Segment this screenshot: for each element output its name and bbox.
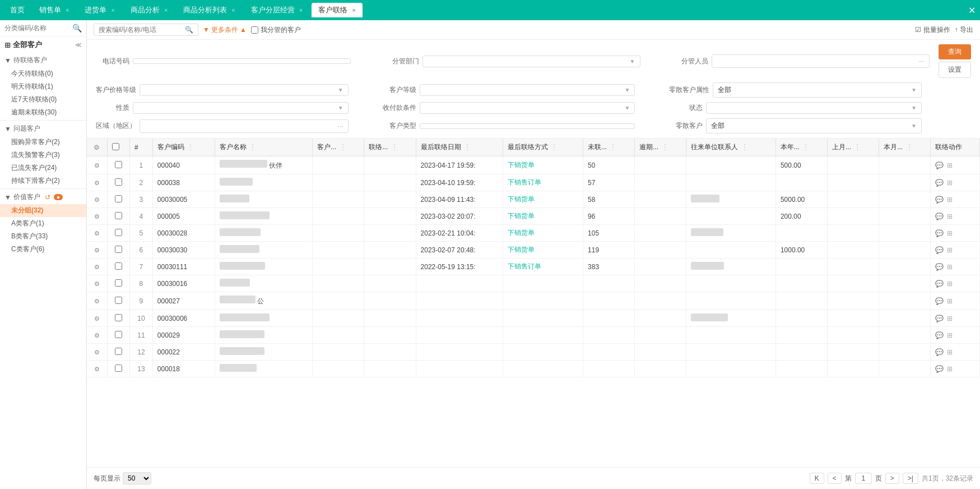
row-gear-icon[interactable]: ⚙ [94, 196, 100, 203]
col-resize-handle[interactable]: ⋮ [551, 143, 558, 151]
row-gear-icon[interactable]: ⚙ [94, 280, 100, 287]
settings-cell[interactable]: ⚙ [87, 191, 107, 208]
retail-attr-select[interactable]: 全部 ▼ [713, 82, 922, 98]
message-icon[interactable]: 💬 [935, 348, 944, 356]
row-checkbox[interactable] [115, 262, 122, 270]
last-contact-date-col-header[interactable]: 最后联络日期 ⋮ [416, 139, 503, 156]
row-checkbox-cell[interactable] [107, 208, 129, 225]
row-checkbox[interactable] [115, 161, 122, 168]
row-checkbox[interactable] [115, 331, 122, 338]
unit-contact-col-header[interactable]: 往来单位联系人 ⋮ [686, 139, 776, 156]
query-button[interactable]: 查询 [939, 44, 971, 59]
col-resize-handle[interactable]: ⋮ [391, 143, 398, 151]
last-month-col-header[interactable]: 上月... ⋮ [828, 139, 879, 156]
row-gear-icon[interactable]: ⚙ [94, 315, 100, 322]
row-gear-icon[interactable]: ⚙ [94, 332, 100, 339]
sidebar-item-class-a[interactable]: A类客户(1) [0, 217, 86, 230]
type-col-header[interactable]: 客户... ⋮ [313, 139, 364, 156]
customer-type-input[interactable] [420, 123, 635, 129]
prev-page-btn[interactable]: < [828, 473, 842, 484]
export-link[interactable]: ↑ 导出 [955, 25, 973, 35]
sidebar-item-unclassified[interactable]: 未分组(32) [0, 204, 86, 217]
overdue-col-header[interactable]: 逾期... ⋮ [635, 139, 686, 156]
sidebar-item-class-b[interactable]: B类客户(33) [0, 230, 86, 243]
message-icon[interactable]: 💬 [935, 162, 944, 169]
sidebar-item-today[interactable]: 今天待联络(0) [0, 67, 86, 80]
sidebar-item-churn-warn[interactable]: 流失预警客户(3) [0, 149, 86, 162]
contact-method-link[interactable]: 下销货单 [508, 161, 535, 169]
tab-sales[interactable]: 销售单 × [32, 3, 76, 17]
region-input[interactable]: ··· [140, 119, 349, 133]
col-resize-handle[interactable]: ⋮ [741, 143, 748, 151]
settings-cell[interactable]: ⚙ [87, 344, 107, 361]
sidebar-item-7days[interactable]: 近7天待联络(0) [0, 93, 86, 106]
close-icon[interactable]: × [299, 7, 303, 13]
dots-icon[interactable]: ··· [919, 57, 925, 65]
grid-action-icon[interactable]: ⊞ [947, 162, 953, 169]
contact-method-link[interactable]: 下销货单 [508, 229, 535, 237]
message-icon[interactable]: 💬 [935, 331, 944, 339]
settings-cell[interactable]: ⚙ [87, 310, 107, 327]
close-icon[interactable]: × [111, 7, 114, 13]
grid-action-icon[interactable]: ⊞ [947, 246, 953, 254]
manager-input[interactable]: ··· [712, 54, 930, 68]
settings-cell[interactable]: ⚙ [87, 208, 107, 225]
page-size-select[interactable]: 50 100 200 [123, 472, 151, 485]
row-gear-icon[interactable]: ⚙ [94, 179, 100, 186]
code-col-header[interactable]: 客户编码 ⋮ [152, 139, 215, 156]
grid-action-icon[interactable]: ⊞ [947, 297, 953, 305]
this-year-col-header[interactable]: 本年... ⋮ [775, 139, 827, 156]
reset-button[interactable]: 设置 [939, 62, 971, 78]
more-conditions-btn[interactable]: ▼ 更多条件 ▲ [203, 25, 247, 35]
refresh-icon[interactable]: ↺ [45, 193, 50, 201]
sidebar-group-pending[interactable]: ▼ 待联络客户 [0, 53, 86, 67]
contact-method-link[interactable]: 下销售订单 [508, 262, 541, 270]
row-checkbox-cell[interactable] [107, 191, 129, 208]
sidebar-item-churned[interactable]: 已流失客户(24) [0, 162, 86, 174]
search-icon[interactable]: 🔍 [185, 26, 193, 34]
sidebar-item-class-c[interactable]: C类客户(6) [0, 243, 86, 256]
message-icon[interactable]: 💬 [935, 213, 944, 220]
message-icon[interactable]: 💬 [935, 297, 944, 305]
settings-cell[interactable]: ⚙ [87, 225, 107, 242]
settings-col-header[interactable]: ⚙ [87, 139, 107, 156]
grid-action-icon[interactable]: ⊞ [947, 365, 953, 373]
col-resize-handle[interactable]: ⋮ [610, 143, 616, 151]
message-icon[interactable]: 💬 [935, 280, 944, 288]
col-resize-handle[interactable]: ⋮ [802, 143, 809, 151]
nature-select[interactable]: ▼ [133, 102, 349, 114]
row-checkbox[interactable] [115, 246, 122, 253]
sidebar-item-declining[interactable]: 持续下滑客户(2) [0, 174, 86, 187]
name-col-header[interactable]: 客户名称 ⋮ [215, 139, 312, 156]
row-checkbox-cell[interactable] [107, 361, 129, 377]
row-checkbox-cell[interactable] [107, 310, 129, 327]
message-icon[interactable]: 💬 [935, 229, 944, 237]
settings-cell[interactable]: ⚙ [87, 156, 107, 174]
my-customers-check[interactable] [251, 26, 258, 34]
search-box[interactable]: 🔍 [94, 24, 198, 36]
this-month-col-header[interactable]: 本月... ⋮ [879, 139, 931, 156]
col-resize-handle[interactable]: ⋮ [249, 143, 256, 151]
sidebar-item-overdue[interactable]: 逾期未联络(30) [0, 106, 86, 119]
row-checkbox[interactable] [115, 314, 122, 321]
col-resize-handle[interactable]: ⋮ [340, 143, 346, 151]
col-resize-handle[interactable]: ⋮ [464, 143, 471, 151]
row-checkbox-cell[interactable] [107, 259, 129, 275]
my-customers-checkbox[interactable]: 我分管的客户 [251, 25, 301, 35]
select-all-checkbox[interactable] [112, 143, 119, 150]
tab-product-list[interactable]: 商品分析列表 × [177, 3, 241, 17]
grid-action-icon[interactable]: ⊞ [947, 263, 953, 271]
row-checkbox[interactable] [115, 212, 122, 219]
price-level-select[interactable]: ▼ [140, 84, 349, 96]
home-tab[interactable]: 首页 [4, 3, 30, 17]
row-checkbox-cell[interactable] [107, 327, 129, 344]
grid-action-icon[interactable]: ⊞ [947, 348, 953, 356]
message-icon[interactable]: 💬 [935, 315, 944, 322]
col-resize-handle[interactable]: ⋮ [906, 143, 913, 151]
close-icon[interactable]: × [352, 7, 355, 13]
grid-action-icon[interactable]: ⊞ [947, 229, 953, 237]
contact-method-link[interactable]: 下销货单 [508, 246, 535, 253]
grid-action-icon[interactable]: ⊞ [947, 331, 953, 339]
batch-op-link[interactable]: ☑ 批量操作 [915, 25, 950, 35]
col-resize-handle[interactable]: ⋮ [854, 143, 861, 151]
